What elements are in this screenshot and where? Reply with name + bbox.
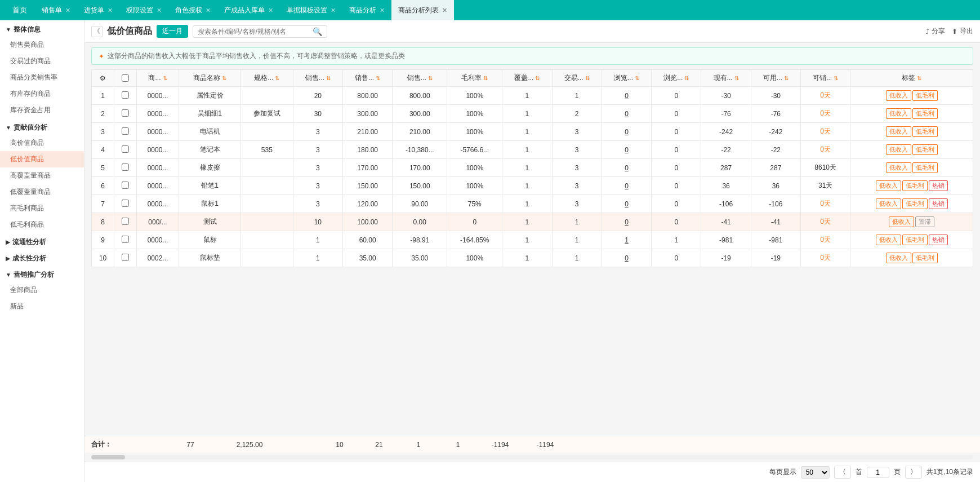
cell-view1[interactable]: 1 xyxy=(602,231,651,249)
row-checkbox[interactable] xyxy=(122,218,129,225)
cell-checkbox[interactable] xyxy=(114,159,137,177)
row-checkbox[interactable] xyxy=(122,182,129,189)
sidebar-item-low-margin[interactable]: 低毛利商品 xyxy=(0,216,84,233)
th-spec[interactable]: 规格...⇅ xyxy=(240,70,293,87)
nav-template[interactable]: 单据模板设置 ✕ xyxy=(280,0,342,20)
close-template-icon[interactable]: ✕ xyxy=(331,7,336,14)
th-coverage[interactable]: 覆盖...⇅ xyxy=(502,70,552,87)
close-analysis-icon[interactable]: ✕ xyxy=(380,7,385,14)
sidebar-item-inventory-capital[interactable]: 库存资金占用 xyxy=(0,102,84,118)
th-available[interactable]: 可用...⇅ xyxy=(751,70,800,87)
th-sales3[interactable]: 销售...⇅ xyxy=(393,70,447,87)
nav-salesorder[interactable]: 销售单 ✕ xyxy=(35,0,77,20)
row-checkbox[interactable] xyxy=(122,109,129,117)
page-number-input[interactable] xyxy=(867,467,889,478)
th-settings[interactable]: ⚙ xyxy=(92,70,114,87)
th-current[interactable]: 现有...⇅ xyxy=(701,70,751,87)
nav-purchase[interactable]: 进货单 ✕ xyxy=(77,0,119,20)
search-icon[interactable]: 🔍 xyxy=(313,27,322,36)
view-link[interactable]: 0 xyxy=(625,110,629,118)
cell-checkbox[interactable] xyxy=(114,195,137,213)
nav-production[interactable]: 产成品入库单 ✕ xyxy=(217,0,280,20)
cell-checkbox[interactable] xyxy=(114,87,137,105)
close-role-icon[interactable]: ✕ xyxy=(206,7,211,14)
cell-checkbox[interactable] xyxy=(114,141,137,159)
sidebar-item-high-coverage[interactable]: 高覆盖量商品 xyxy=(0,167,84,184)
share-button[interactable]: ⤴ 分享 xyxy=(926,26,945,36)
view-link[interactable]: 0 xyxy=(625,164,629,172)
view-link[interactable]: 0 xyxy=(625,92,629,100)
sidebar-item-high-value[interactable]: 高价值商品 xyxy=(0,135,84,151)
sidebar-item-category-rate[interactable]: 商品分类销售率 xyxy=(0,69,84,86)
row-checkbox[interactable] xyxy=(122,163,129,171)
row-checkbox[interactable] xyxy=(122,236,129,243)
th-name[interactable]: 商品名称⇅ xyxy=(179,70,241,87)
th-view2[interactable]: 浏览...⇅ xyxy=(652,70,701,87)
th-code[interactable]: 商...⇅ xyxy=(136,70,179,87)
nav-home[interactable]: 首页 xyxy=(5,0,35,20)
sidebar-item-low-coverage[interactable]: 低覆盖量商品 xyxy=(0,184,84,200)
sidebar-group-contribution[interactable]: ▼ 贡献值分析 xyxy=(0,118,84,135)
select-all-checkbox[interactable] xyxy=(122,74,129,82)
row-checkbox[interactable] xyxy=(122,145,129,153)
sidebar-item-all-goods[interactable]: 全部商品 xyxy=(0,282,84,298)
view-link[interactable]: 0 xyxy=(625,182,629,190)
cell-checkbox[interactable] xyxy=(114,105,137,123)
sidebar-collapse-button[interactable]: 《 xyxy=(91,26,103,37)
nav-permission[interactable]: 权限设置 ✕ xyxy=(119,0,168,20)
cell-view1[interactable]: 0 xyxy=(602,141,651,159)
cell-checkbox[interactable] xyxy=(114,177,137,195)
th-margin[interactable]: 毛利率⇅ xyxy=(447,70,502,87)
sidebar-item-high-margin[interactable]: 高毛利商品 xyxy=(0,200,84,216)
export-button[interactable]: ⬆ 导出 xyxy=(952,26,973,36)
cell-view1[interactable]: 0 xyxy=(602,87,651,105)
th-trade[interactable]: 交易...⇅ xyxy=(552,70,602,87)
view-link[interactable]: 1 xyxy=(625,236,629,244)
sidebar-item-inventory-goods[interactable]: 有库存的商品 xyxy=(0,86,84,102)
nav-analysis-list[interactable]: 商品分析列表 ✕ xyxy=(391,0,454,20)
cell-view1[interactable]: 0 xyxy=(602,105,651,123)
sidebar-group-overall[interactable]: ▼ 整体信息 xyxy=(0,20,84,37)
th-sales2[interactable]: 销售...⇅ xyxy=(343,70,393,87)
scrollbar-thumb[interactable] xyxy=(91,455,125,459)
th-sales1[interactable]: 销售...⇅ xyxy=(293,70,342,87)
close-analysis-list-icon[interactable]: ✕ xyxy=(442,7,447,14)
close-purchase-icon[interactable]: ✕ xyxy=(108,7,113,14)
cell-view1[interactable]: 0 xyxy=(602,195,651,213)
cell-view1[interactable]: 0 xyxy=(602,159,651,177)
row-checkbox[interactable] xyxy=(122,200,129,207)
cell-view1[interactable]: 0 xyxy=(602,123,651,141)
row-checkbox[interactable] xyxy=(122,91,129,99)
sidebar-item-sales-goods[interactable]: 销售类商品 xyxy=(0,37,84,53)
filter-period-button[interactable]: 近一月 xyxy=(157,25,188,38)
view-link[interactable]: 0 xyxy=(625,128,629,136)
sidebar-item-new-goods[interactable]: 新品 xyxy=(0,298,84,315)
view-link[interactable]: 0 xyxy=(625,200,629,208)
search-input[interactable] xyxy=(198,28,310,36)
th-view1[interactable]: 浏览...⇅ xyxy=(602,70,651,87)
page-size-select[interactable]: 50 100 200 xyxy=(801,466,830,479)
row-checkbox[interactable] xyxy=(122,127,129,135)
row-checkbox[interactable] xyxy=(122,254,129,261)
view-link[interactable]: 0 xyxy=(625,254,629,262)
sidebar-group-flow[interactable]: ▶ 流通性分析 xyxy=(0,233,84,249)
th-sellable[interactable]: 可销...⇅ xyxy=(801,70,850,87)
cell-view1[interactable]: 0 xyxy=(602,177,651,195)
cell-checkbox[interactable] xyxy=(114,213,137,231)
th-checkbox[interactable] xyxy=(114,70,137,87)
cell-view1[interactable]: 0 xyxy=(602,249,651,267)
sidebar-item-low-value[interactable]: 低价值商品 xyxy=(0,151,84,167)
next-page-button[interactable]: 〉 xyxy=(905,466,922,479)
first-page-button[interactable]: 〈 xyxy=(834,466,851,479)
horizontal-scrollbar[interactable] xyxy=(91,455,973,459)
cell-checkbox[interactable] xyxy=(114,231,137,249)
view-link[interactable]: 0 xyxy=(625,146,629,154)
close-salesorder-icon[interactable]: ✕ xyxy=(65,7,70,14)
cell-view1[interactable]: 0 xyxy=(602,213,651,231)
nav-role[interactable]: 角色授权 ✕ xyxy=(168,0,217,20)
nav-analysis[interactable]: 商品分析 ✕ xyxy=(342,0,391,20)
th-tags[interactable]: 标签⇅ xyxy=(850,70,973,87)
close-permission-icon[interactable]: ✕ xyxy=(157,7,162,14)
close-production-icon[interactable]: ✕ xyxy=(268,7,273,14)
sidebar-group-marketing[interactable]: ▼ 营销推广分析 xyxy=(0,266,84,282)
